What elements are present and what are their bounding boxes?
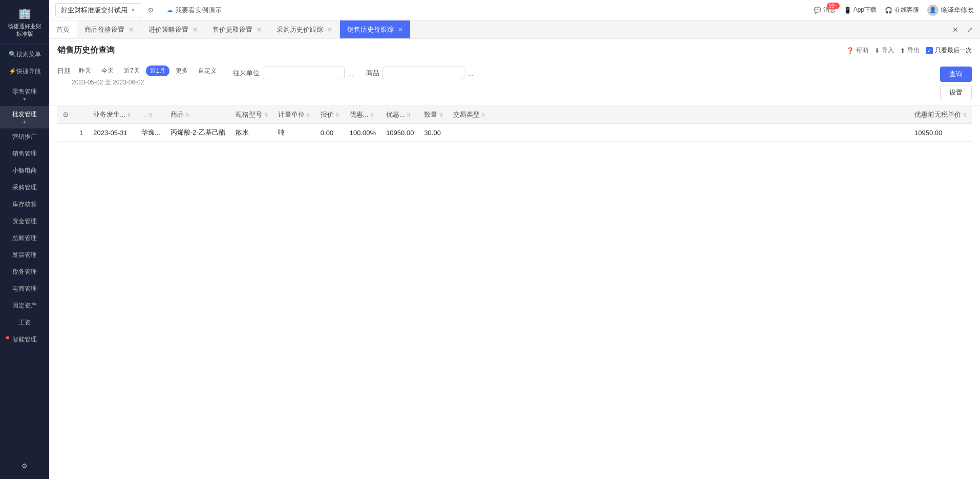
settings-button[interactable]: 设置 xyxy=(940,85,972,100)
page-content: 销售历史价查询 ❓ 帮助 ⬇ 导入 ⬆ 导出 ✓ 只看最后一次 xyxy=(49,39,980,479)
product-more-button[interactable]: ... xyxy=(467,69,474,77)
td-product: 丙烯酸-2-乙基己酯 xyxy=(165,124,230,142)
sidebar-item-inventory[interactable]: 库存核算 xyxy=(0,196,49,213)
tab-purchase-history-label: 采购历史价跟踪 xyxy=(276,25,323,34)
sidebar-item-general-ledger[interactable]: 总账管理 xyxy=(0,230,49,247)
date-btn-more[interactable]: 更多 xyxy=(172,66,192,76)
app-download-icon: 📱 xyxy=(844,7,851,14)
from-unit-filter: 往来单位 ... xyxy=(233,67,354,79)
tab-home-label: 首页 xyxy=(56,25,70,34)
sidebar-item-marketing[interactable]: 营销推广 xyxy=(0,128,49,145)
tab-purchase-history[interactable]: 采购历史价跟踪 ✕ xyxy=(269,20,340,39)
close-icon[interactable]: ✕ xyxy=(257,26,262,33)
close-icon[interactable]: ✕ xyxy=(398,26,403,33)
sidebar-item-sales[interactable]: 销售管理 xyxy=(0,145,49,162)
chevron-up-icon: ▲ xyxy=(22,119,27,124)
expand-panel-button[interactable]: ⤢ xyxy=(964,24,976,36)
messages-button[interactable]: 💬 消息 99+ xyxy=(814,6,836,14)
tab-home[interactable]: 首页 xyxy=(49,20,77,39)
from-unit-input[interactable] xyxy=(263,67,345,79)
close-icon[interactable]: ✕ xyxy=(129,26,134,33)
tab-purchase-strategy[interactable]: 进价策略设置 ✕ xyxy=(141,20,205,39)
sidebar-item-smart[interactable]: ● 智能管理 xyxy=(0,331,49,348)
demo-icon: ☁ xyxy=(166,6,173,14)
sidebar-item-purchase[interactable]: 采购管理 xyxy=(0,179,49,196)
sidebar-item-ecommerce-small[interactable]: 小畅电商 xyxy=(0,162,49,179)
date-btn-1month[interactable]: 近1月 xyxy=(146,66,170,76)
close-panel-button[interactable]: ✕ xyxy=(949,24,962,36)
date-filter-label: 日期 xyxy=(57,67,71,76)
only-last-checkbox[interactable]: ✓ 只看最后一次 xyxy=(926,46,972,55)
query-button[interactable]: 查询 xyxy=(940,67,972,82)
avatar: 👤 xyxy=(927,5,939,16)
main-area: 好业财标准版交付试用 ▼ ⚙ ☁ 我要看实例演示 💬 消息 99+ 📱 App下… xyxy=(49,0,980,479)
from-unit-more-button[interactable]: ... xyxy=(348,69,354,77)
column-settings-icon[interactable]: ⚙ xyxy=(62,111,69,119)
date-btn-today[interactable]: 今天 xyxy=(97,66,118,76)
td-date: 2023-05-31 xyxy=(88,124,136,142)
logo-icon: 🏢 xyxy=(18,6,31,20)
th-price[interactable]: 报价 ⇅ xyxy=(315,106,345,124)
th-dots[interactable]: ... ⇅ xyxy=(136,106,165,124)
date-btn-7days[interactable]: 近7天 xyxy=(120,66,144,76)
page-title: 销售历史价查询 xyxy=(57,45,115,56)
th-discount1[interactable]: 优惠... ⇅ xyxy=(345,106,381,124)
date-btn-yesterday[interactable]: 昨天 xyxy=(75,66,95,76)
product-filter: 商品 ... xyxy=(366,67,474,79)
data-table: ⚙ 业务发生... ⇅ ... ⇅ xyxy=(57,106,972,142)
th-type[interactable]: 交易类型 ⇅ xyxy=(448,106,491,124)
product-input[interactable] xyxy=(382,67,464,79)
tab-sales-history[interactable]: 销售历史价跟踪 ✕ xyxy=(340,20,411,39)
th-unit[interactable]: 计量单位 ⇅ xyxy=(273,106,315,124)
sidebar-item-fixed-assets[interactable]: 固定资产 xyxy=(0,297,49,314)
sidebar-settings-button[interactable]: ⚙ xyxy=(0,458,49,474)
sidebar-item-label: 采购管理 xyxy=(12,183,37,192)
td-discount2: 10950.00 xyxy=(381,124,419,142)
sidebar-item-retail[interactable]: 零售管理 ▼ xyxy=(0,83,49,106)
online-service-button[interactable]: 🎧 在线客服 xyxy=(885,6,919,14)
th-discount2[interactable]: 优惠... ⇅ xyxy=(381,106,419,124)
th-pretax[interactable]: 优惠前无税单价 ⇅ xyxy=(909,106,972,124)
sidebar-item-search[interactable]: 🔍 搜索菜单 xyxy=(0,45,49,64)
import-button[interactable]: ⬇ 导入 xyxy=(875,46,894,55)
sidebar-item-finance[interactable]: 资金管理 xyxy=(0,213,49,230)
sidebar-item-ecommerce[interactable]: 电商管理 xyxy=(0,280,49,297)
sidebar-item-quick-nav[interactable]: ⚡ 快捷导航 xyxy=(0,64,49,79)
import-label: 导入 xyxy=(882,46,894,55)
sidebar-item-invoice[interactable]: 发票管理 xyxy=(0,247,49,264)
td-qty: 30.00 xyxy=(419,124,448,142)
th-spec[interactable]: 规格型号 ⇅ xyxy=(230,106,273,124)
th-date[interactable]: 业务发生... ⇅ xyxy=(88,106,136,124)
help-label: 帮助 xyxy=(856,46,868,55)
td-discount1: 100.00% xyxy=(345,124,381,142)
sidebar-item-tax[interactable]: 税务管理 xyxy=(0,264,49,280)
th-product[interactable]: 商品 ⇅ xyxy=(165,106,230,124)
sidebar-item-wholesale[interactable]: 批发管理 ▲ xyxy=(0,106,49,128)
sort-icon: ⇅ xyxy=(481,112,485,118)
th-date-label: 业务发生... xyxy=(93,110,125,119)
th-qty[interactable]: 数量 ⇅ xyxy=(419,106,448,124)
close-icon[interactable]: ✕ xyxy=(327,26,332,33)
th-spec-label: 规格型号 xyxy=(236,110,262,119)
close-icon[interactable]: ✕ xyxy=(193,26,198,33)
tab-price-extract[interactable]: 售价提取设置 ✕ xyxy=(205,20,269,39)
topbar-gear-button[interactable]: ⚙ xyxy=(147,6,154,14)
app-download-label: App下载 xyxy=(854,6,877,14)
tab-price-settings[interactable]: 商品价格设置 ✕ xyxy=(77,20,141,39)
app-selector[interactable]: 好业财标准版交付试用 ▼ xyxy=(55,3,141,17)
help-button[interactable]: ❓ 帮助 xyxy=(846,46,868,55)
tab-purchase-strategy-label: 进价策略设置 xyxy=(148,25,188,34)
export-button[interactable]: ⬆ 导出 xyxy=(900,46,920,55)
app-download-button[interactable]: 📱 App下载 xyxy=(844,6,877,14)
th-discount2-label: 优惠... xyxy=(386,110,405,119)
sidebar-item-label: 固定资产 xyxy=(12,301,37,310)
th-spacer xyxy=(491,106,909,124)
user-menu[interactable]: 👤 徐泽华修改 xyxy=(927,5,974,16)
from-unit-label: 往来单位 xyxy=(233,69,260,78)
table-row: 1 2023-05-31 华逸... 丙烯酸-2-乙基己酯 散水 吨 0.00 … xyxy=(57,124,972,142)
date-btn-custom[interactable]: 自定义 xyxy=(194,66,221,76)
import-icon: ⬇ xyxy=(875,47,880,54)
page-header: 销售历史价查询 ❓ 帮助 ⬇ 导入 ⬆ 导出 ✓ 只看最后一次 xyxy=(49,39,980,60)
sidebar-item-salary[interactable]: 工资 xyxy=(0,314,49,331)
demo-button[interactable]: ☁ 我要看实例演示 xyxy=(166,6,222,15)
